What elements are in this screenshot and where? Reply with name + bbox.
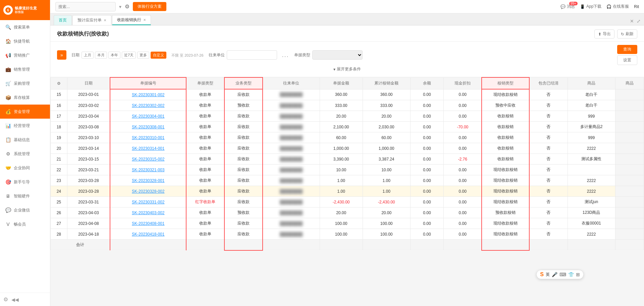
ime-keyboard-icon[interactable]: ⌨ xyxy=(559,272,566,277)
cell-no: 16 xyxy=(51,100,67,111)
cell-discount: 0.00 xyxy=(444,100,482,111)
cell-goods2 xyxy=(615,207,644,218)
code-link[interactable]: SK-20230304-001 xyxy=(132,114,164,119)
date-last-month[interactable]: 上月 xyxy=(82,52,94,59)
message-button[interactable]: 💬 消息 99+ xyxy=(560,4,575,9)
tab-close-all-icon[interactable]: ✕ xyxy=(630,18,634,24)
cell-no: 26 xyxy=(51,207,67,218)
cell-cumulative: 60.00 xyxy=(363,132,410,143)
ime-mic-icon[interactable]: 🎤 xyxy=(552,272,557,277)
code-link[interactable]: SK-20230314-001 xyxy=(132,146,164,151)
partner-blurred: ████████ xyxy=(280,178,303,183)
ime-s-icon[interactable]: S xyxy=(540,271,544,278)
filter-toggle[interactable]: » xyxy=(57,50,66,60)
filter-type-label: 单据类型 xyxy=(294,52,310,58)
dropdown-icon[interactable]: ▾ xyxy=(119,4,121,9)
code-link[interactable]: SK-20230302-002 xyxy=(132,103,164,108)
sidebar-item-finance[interactable]: 💰资金管理 xyxy=(0,105,50,119)
cell-cumulative: 20.00 xyxy=(363,111,410,122)
expand-more-button[interactable]: ▾ 展开更多条件 xyxy=(57,65,637,73)
code-link[interactable]: SK-20230408-001 xyxy=(132,221,164,226)
cell-settled: 否 xyxy=(529,111,568,122)
col-settings-header[interactable]: ⚙ xyxy=(51,77,67,89)
refresh-button[interactable]: ↻ 刷新 xyxy=(617,29,637,39)
total-discount xyxy=(444,240,482,250)
total-biztype xyxy=(224,240,263,250)
code-link[interactable]: SK-20230310-001 xyxy=(132,135,164,140)
cell-date: 2023-03-10 xyxy=(67,132,110,143)
collapse-icon[interactable]: ◀◀ xyxy=(11,297,19,302)
cell-goods2 xyxy=(615,175,644,186)
ime-eng-label[interactable]: 英 xyxy=(546,272,550,278)
username-display[interactable]: Rit xyxy=(634,4,639,9)
solution-button[interactable]: 体验行业方案 xyxy=(133,2,166,11)
page-header-actions: ⬆ 导出 ↻ 刷新 xyxy=(594,29,637,39)
date-custom[interactable]: 自定义 xyxy=(151,52,166,59)
date-7days[interactable]: 近7天 xyxy=(122,52,136,59)
topbar-gear-icon[interactable]: ⚙ xyxy=(125,3,129,10)
cell-amount: -2,430.00 xyxy=(320,197,363,207)
tab-current-close[interactable]: ✕ xyxy=(143,18,146,22)
sidebar-item-corp[interactable]: 🤝企业协同 xyxy=(0,161,50,175)
query-button[interactable]: 查询 xyxy=(617,45,637,54)
code-link[interactable]: SK-20230328-001 xyxy=(132,178,164,183)
date-this-month[interactable]: 本月 xyxy=(95,52,107,59)
sidebar-item-wechat[interactable]: 💬企业微信 xyxy=(0,203,50,217)
sidebar-item-inventory[interactable]: 📦库存核算 xyxy=(0,90,50,105)
col-biztype-header: 业务类型 xyxy=(224,77,263,89)
online-service-button[interactable]: 🎧 在线客服 xyxy=(606,4,629,9)
tab-maximize-icon[interactable]: ⤢ xyxy=(637,18,641,24)
sidebar-item-purchase[interactable]: 🛒采购管理 xyxy=(0,76,50,90)
cell-doctype: 收款单 xyxy=(186,89,224,100)
sidebar-item-nav[interactable]: 🏠快捷导航 xyxy=(0,34,50,48)
cell-settled: 否 xyxy=(529,218,568,229)
sidebar-item-guide[interactable]: 🎯新手引导 xyxy=(0,175,50,189)
sidebar-item-marketing[interactable]: 📢营销推广 xyxy=(0,48,50,62)
sidebar-item-search[interactable]: 🔍搜索菜单 xyxy=(0,20,50,34)
type-select[interactable] xyxy=(312,50,363,60)
date-this-year[interactable]: 本年 xyxy=(108,52,120,59)
cell-date: 2023-03-08 xyxy=(67,122,110,132)
search-input[interactable] xyxy=(58,4,113,9)
tab-pending[interactable]: 预计应应付单 ✕ xyxy=(72,15,111,25)
filter-type-item: 单据类型 xyxy=(294,50,363,60)
table-row: 28 2023-04-18 SK-20230418-001 收款单 应收款 ██… xyxy=(51,229,644,240)
cell-partner: ████████ xyxy=(263,175,320,186)
cell-biztype: 应收款 xyxy=(224,175,263,186)
code-link[interactable]: SK-20230331-002 xyxy=(132,200,164,204)
cell-amount: 10.00 xyxy=(320,165,363,175)
ime-shirt-icon[interactable]: 👕 xyxy=(568,272,574,277)
sidebar-label-guide: 新手引导 xyxy=(14,179,30,185)
partner-input[interactable] xyxy=(227,50,277,60)
sidebar-item-hardware[interactable]: 🖥智能硬件 xyxy=(0,189,50,203)
sidebar-item-system[interactable]: ⚙系统管理 xyxy=(0,147,50,161)
sidebar-item-member[interactable]: V畅会员 xyxy=(0,217,50,231)
cell-code: SK-20230418-001 xyxy=(110,229,186,240)
settings-icon[interactable]: ⚙ xyxy=(3,296,8,303)
date-more[interactable]: 更多 xyxy=(137,52,149,59)
code-link[interactable]: SK-20230328-002 xyxy=(132,189,164,194)
code-link[interactable]: SK-20230315-002 xyxy=(132,157,164,162)
sidebar-item-basic[interactable]: 📋基础信息 xyxy=(0,133,50,147)
cell-amount: 20.00 xyxy=(320,207,363,218)
tab-pending-close[interactable]: ✕ xyxy=(104,18,106,22)
cell-discount: 0.00 xyxy=(444,132,482,143)
code-link[interactable]: SK-20230301-002 xyxy=(132,93,164,97)
code-link[interactable]: SK-20230308-001 xyxy=(132,125,164,129)
cell-balance: 0.00 xyxy=(410,100,443,111)
export-button[interactable]: ⬆ 导出 xyxy=(594,29,614,39)
guide-icon: 🎯 xyxy=(5,179,11,185)
app-download-button[interactable]: 📱 App下载 xyxy=(580,4,601,9)
table-row: 20 2023-03-14 SK-20230314-001 收款单 应收款 ██… xyxy=(51,143,644,154)
total-label: 合计 xyxy=(51,240,110,250)
code-link[interactable]: SK-20230418-001 xyxy=(132,232,164,237)
code-link[interactable]: SK-20230321-003 xyxy=(132,168,164,172)
sidebar-item-sales[interactable]: 💼销售管理 xyxy=(0,62,50,76)
sidebar-item-operations[interactable]: 📊经营管理 xyxy=(0,119,50,133)
ime-grid-icon[interactable]: ⊞ xyxy=(576,272,580,277)
cell-doctype: 收款单 xyxy=(186,207,224,218)
setting-button[interactable]: 设置 xyxy=(617,55,637,65)
tab-home[interactable]: 首页 xyxy=(54,15,72,25)
tab-current[interactable]: 收款核销执行 ✕ xyxy=(112,15,151,25)
code-link[interactable]: SK-20230403-002 xyxy=(132,210,164,215)
